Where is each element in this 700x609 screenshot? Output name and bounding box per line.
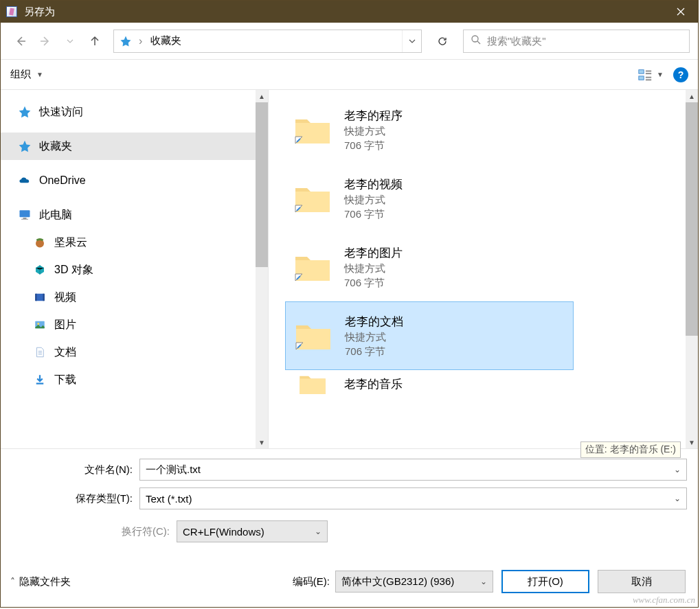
onedrive-icon [17, 173, 32, 188]
chevron-down-icon: ⌄ [315, 527, 321, 536]
quick-access-icon [17, 104, 32, 119]
file-item[interactable]: 老李的视频 快捷方式 706 字节 [285, 164, 574, 233]
svg-rect-4 [646, 73, 651, 74]
tree-item-label: OneDrive [39, 174, 86, 187]
app-icon [6, 6, 17, 17]
tree-item-quick-access[interactable]: 快速访问 [1, 98, 268, 126]
file-name: 老李的视频 [344, 176, 403, 192]
tree-item-label: 文档 [54, 345, 76, 360]
filetype-combo[interactable]: Text (*.txt) ⌄ [139, 487, 687, 509]
filename-input[interactable] [146, 464, 674, 476]
tree-item-documents[interactable]: 文档 [1, 338, 268, 366]
file-item[interactable]: 老李的文档 快捷方式 706 字节 [285, 301, 574, 370]
close-button[interactable] [664, 1, 698, 23]
encoding-dropdown[interactable]: 简体中文(GB2312) (936) ⌄ [335, 571, 493, 593]
tree-item-this-pc[interactable]: 此电脑 [1, 201, 268, 229]
navigation-tree: 快速访问 收藏夹 OneDrive 此电脑 坚果云 [1, 90, 269, 448]
save-as-dialog: 另存为 › 收藏夹 [0, 0, 699, 608]
organize-label: 组织 [10, 68, 31, 81]
scroll-down-icon[interactable]: ▼ [256, 436, 268, 448]
search-icon [471, 34, 482, 48]
downloads-icon [32, 372, 47, 387]
scroll-down-icon[interactable]: ▼ [686, 436, 698, 448]
search-box[interactable] [463, 30, 690, 53]
chevron-down-icon: ▼ [36, 71, 43, 78]
tree-item-onedrive[interactable]: OneDrive [1, 167, 268, 194]
breadcrumb-separator: › [139, 35, 142, 47]
tree-item-label: 视频 [54, 290, 76, 305]
svg-rect-2 [639, 76, 644, 80]
nav-back-button[interactable] [9, 30, 32, 53]
tree-item-nutstore[interactable]: 坚果云 [1, 229, 268, 256]
nav-up-button[interactable] [83, 30, 106, 53]
scroll-thumb[interactable] [256, 102, 268, 267]
pictures-icon [32, 317, 47, 332]
computer-icon [17, 207, 32, 222]
scroll-up-icon[interactable]: ▲ [256, 90, 268, 102]
encoding-label: 编码(E): [293, 575, 330, 588]
file-size: 706 字节 [344, 139, 403, 152]
file-size: 706 字节 [344, 208, 403, 221]
help-button[interactable]: ? [673, 67, 688, 82]
svg-rect-6 [646, 79, 651, 80]
bottom-bar: ˄ 隐藏文件夹 编码(E): 简体中文(GB2312) (936) ⌄ 打开(O… [1, 556, 698, 607]
file-name: 老李的音乐 [344, 376, 403, 392]
chevron-up-icon: ˄ [10, 576, 15, 587]
address-dropdown[interactable] [402, 30, 421, 52]
svg-point-15 [37, 323, 39, 325]
watermark: www.cfan.com.cn [633, 595, 695, 606]
file-item[interactable]: 老李的音乐 [285, 370, 574, 398]
folder-shortcut-icon [292, 178, 333, 219]
scroll-up-icon[interactable]: ▲ [686, 90, 698, 102]
organize-menu[interactable]: 组织 ▼ [10, 68, 43, 81]
sidebar-scrollbar[interactable]: ▲ ▼ [256, 90, 268, 448]
chevron-down-icon: ⌄ [674, 494, 681, 503]
tree-item-videos[interactable]: 视频 [1, 284, 268, 311]
form-area: 文件名(N): ⌄ 位置: 老李的音乐 (E:) 保存类型(T): Text (… [1, 449, 698, 556]
open-button[interactable]: 打开(O) [501, 570, 589, 593]
nav-recent-dropdown[interactable] [58, 30, 82, 53]
tree-item-label: 收藏夹 [39, 139, 72, 154]
hide-folders-button[interactable]: ˄ 隐藏文件夹 [10, 575, 71, 588]
3d-objects-icon [32, 262, 47, 277]
svg-rect-5 [646, 76, 651, 78]
content-area: 快速访问 收藏夹 OneDrive 此电脑 坚果云 [1, 90, 698, 449]
view-menu[interactable]: ▼ [637, 67, 664, 82]
lineending-value: CR+LF(Windows) [183, 526, 315, 538]
scroll-thumb[interactable] [686, 102, 698, 336]
filelist-scrollbar[interactable]: ▲ ▼ [686, 90, 698, 448]
file-item[interactable]: 老李的图片 快捷方式 706 字节 [285, 233, 574, 301]
file-item[interactable]: 老李的程序 快捷方式 706 字节 [285, 95, 574, 164]
search-input[interactable] [487, 35, 682, 47]
breadcrumb-location[interactable]: 收藏夹 [150, 34, 181, 47]
tree-item-label: 3D 对象 [54, 263, 93, 277]
cancel-button[interactable]: 取消 [598, 570, 686, 593]
file-type: 快捷方式 [345, 331, 403, 344]
file-type: 快捷方式 [344, 194, 403, 207]
file-name: 老李的图片 [344, 245, 403, 261]
filetype-label: 保存类型(T): [12, 492, 139, 505]
titlebar: 另存为 [1, 1, 698, 23]
tree-item-downloads[interactable]: 下载 [1, 366, 268, 393]
filename-combo[interactable]: ⌄ 位置: 老李的音乐 (E:) [139, 459, 687, 481]
folder-shortcut-icon [292, 246, 333, 288]
address-bar[interactable]: › 收藏夹 [113, 30, 422, 53]
chevron-down-icon[interactable]: ⌄ [674, 465, 681, 474]
favorites-icon [117, 32, 135, 50]
file-size: 706 字节 [344, 277, 403, 290]
tree-item-label: 下载 [54, 373, 76, 387]
svg-rect-8 [23, 218, 27, 219]
file-list: 老李的程序 快捷方式 706 字节 老李的视频 快捷方式 706 字节 老李的图… [269, 90, 698, 448]
tree-item-label: 此电脑 [39, 208, 72, 222]
lineending-combo[interactable]: CR+LF(Windows) ⌄ [177, 520, 328, 542]
nav-forward-button[interactable] [34, 30, 57, 53]
folder-shortcut-icon [293, 315, 334, 356]
refresh-button[interactable] [429, 30, 456, 53]
documents-icon [32, 345, 47, 360]
filetype-value: Text (*.txt) [146, 493, 674, 505]
file-type: 快捷方式 [344, 125, 403, 138]
tree-item-3d-objects[interactable]: 3D 对象 [1, 256, 268, 284]
svg-rect-16 [36, 383, 44, 384]
tree-item-pictures[interactable]: 图片 [1, 311, 268, 338]
tree-item-favorites[interactable]: 收藏夹 [1, 133, 268, 160]
